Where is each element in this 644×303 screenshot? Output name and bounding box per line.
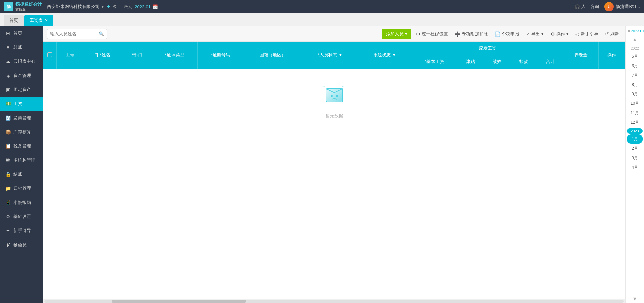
- sidebar-item-ledger[interactable]: ≡ 总账: [0, 40, 43, 54]
- month-2022-5[interactable]: 5月: [626, 52, 644, 61]
- month-2022-7[interactable]: 7月: [626, 71, 644, 80]
- month-2022-6[interactable]: 6月: [626, 61, 644, 71]
- invoice-icon: 🧾: [5, 115, 11, 121]
- sidebar-item-capital[interactable]: ◈ 资金管理: [0, 69, 43, 83]
- fixed-assets-icon: ▣: [5, 87, 11, 92]
- special-deduct-icon: ➕: [455, 31, 460, 37]
- close-panel-button[interactable]: ✕: [627, 28, 631, 34]
- sidebar-item-salary[interactable]: 💵 工资: [0, 97, 43, 111]
- sidebar-item-tax-label: 税务管理: [13, 143, 31, 149]
- allowance-header: 津贴: [457, 55, 484, 69]
- social-security-button[interactable]: ⚙ 统一社保设置: [414, 31, 450, 37]
- main-layout: ⊞ 首页 ≡ 总账 ☁ 云报表中心 ◈ 资金管理 ▣ 固定资产 💵 工资 🧾 发…: [0, 26, 644, 303]
- sort-icon: ⇅: [95, 52, 99, 57]
- month-2023-4[interactable]: 4月: [626, 163, 644, 172]
- checkbox-header[interactable]: [43, 42, 56, 69]
- settings-icon[interactable]: ⚙: [113, 4, 117, 9]
- svg-text:✦: ✦: [340, 101, 342, 103]
- ledger-icon: ≡: [5, 45, 11, 50]
- month-2022-10[interactable]: 10月: [626, 99, 644, 108]
- month-2022-11[interactable]: 11月: [626, 108, 644, 118]
- select-all-checkbox[interactable]: [47, 52, 52, 57]
- month-2022-9[interactable]: 9月: [626, 89, 644, 99]
- export-dropdown-icon: ▾: [541, 31, 544, 36]
- refresh-label: 刷新: [610, 31, 619, 37]
- app-logo: 畅 畅捷通好会计 旗舰版: [4, 1, 42, 12]
- sidebar-item-fixed-assets[interactable]: ▣ 固定资产: [0, 83, 43, 97]
- sidebar-item-close-label: 结账: [13, 171, 22, 177]
- calendar-icon[interactable]: 📅: [153, 4, 158, 9]
- refresh-button[interactable]: ↺ 刷新: [603, 31, 621, 37]
- employee-no-header: 工号: [56, 42, 83, 69]
- sidebar-item-inventory[interactable]: 📦 库存核算: [0, 125, 43, 139]
- sidebar-item-guide[interactable]: ✦ 新手引导: [0, 224, 43, 238]
- add-person-button[interactable]: 添加人员 ▾: [382, 29, 411, 39]
- period-info: 账期 2023-01 📅: [124, 4, 158, 10]
- search-input[interactable]: [50, 31, 97, 36]
- scrollbar-track[interactable]: [44, 300, 624, 303]
- individual-tax-label: 个税申报: [502, 31, 519, 37]
- user-menu[interactable]: U 畅捷通B组...: [604, 2, 640, 11]
- guide-button[interactable]: ◎ 新手引导: [573, 31, 600, 37]
- sidebar-item-settings[interactable]: ⚙ 基础设置: [0, 210, 43, 224]
- sidebar-item-cloud-label: 云报表中心: [13, 58, 35, 64]
- guide-icon: ✦: [5, 228, 11, 233]
- scroll-up-button[interactable]: ▲: [626, 36, 644, 44]
- person-status-header[interactable]: *人员状态 ▼: [302, 42, 358, 69]
- individual-tax-button[interactable]: 📄 个税申报: [493, 31, 521, 37]
- month-2023-3[interactable]: 3月: [626, 153, 644, 163]
- sidebar-item-tax[interactable]: 📋 税务管理: [0, 139, 43, 153]
- sidebar-item-archive[interactable]: 📁 归档管理: [0, 181, 43, 196]
- sidebar-item-multi-org[interactable]: 🏛 多机构管理: [0, 153, 43, 167]
- tax-icon: 📋: [5, 143, 11, 149]
- close-icon[interactable]: ✕: [45, 18, 48, 23]
- sidebar-item-expense-label: 小畅报销: [13, 200, 31, 206]
- empty-state: ✦ ✦ ✦ 暂无数据: [43, 69, 625, 132]
- period-label: 账期: [124, 4, 132, 10]
- scroll-down-button[interactable]: ▼: [626, 295, 644, 303]
- content-area: 🔍 添加人员 ▾ ⚙ 统一社保设置 ➕ 专项附加扣除 📄 个税申报 ↗ 导出: [43, 26, 625, 303]
- special-deduct-button[interactable]: ➕ 专项附加扣除: [453, 31, 490, 37]
- operations-button[interactable]: ⚙ 操作 ▾: [548, 31, 571, 37]
- svg-point-2: [336, 95, 338, 97]
- panel-period-label: 2023.01: [631, 29, 644, 33]
- scrollbar-bottom[interactable]: [43, 299, 625, 303]
- social-security-icon: ⚙: [416, 31, 420, 37]
- logo-icon: 畅: [4, 2, 13, 11]
- export-button[interactable]: ↗ 导出 ▾: [524, 31, 546, 37]
- name-header[interactable]: ⇅ *姓名: [83, 42, 122, 69]
- sidebar-item-member-label: 畅会员: [13, 242, 27, 248]
- add-person-label: 添加人员: [386, 31, 404, 37]
- sidebar-item-invoice-label: 发票管理: [13, 115, 31, 121]
- scrollbar-thumb[interactable]: [112, 300, 246, 303]
- tab-salary[interactable]: 工资表 ✕: [24, 15, 53, 26]
- empty-text: 暂无数据: [326, 113, 343, 119]
- sidebar-item-home[interactable]: ⊞ 首页: [0, 26, 43, 40]
- dropdown-arrow-icon: ▾: [405, 31, 407, 36]
- sidebar-item-guide-label: 新手引导: [13, 228, 31, 234]
- month-2022-12[interactable]: 12月: [626, 118, 644, 127]
- tabbar: 首页 工资表 ✕: [0, 13, 644, 26]
- tab-home-label: 首页: [9, 17, 18, 24]
- search-box[interactable]: 🔍: [47, 29, 107, 39]
- sidebar-item-invoice[interactable]: 🧾 发票管理: [0, 111, 43, 125]
- month-2022-8[interactable]: 8月: [626, 80, 644, 89]
- operations-dropdown-icon: ▾: [566, 31, 569, 36]
- export-label: 导出: [531, 31, 540, 37]
- support-button[interactable]: 🎧 人工咨询: [575, 4, 599, 10]
- sidebar-item-member[interactable]: V 畅会员: [0, 238, 43, 252]
- month-2023-1[interactable]: 1月: [627, 134, 643, 144]
- tab-home[interactable]: 首页: [4, 15, 24, 26]
- sidebar-item-cloud-report[interactable]: ☁ 云报表中心: [0, 54, 43, 69]
- salary-table: 工号 ⇅ *姓名 *部门 *证照类型 *证照号码 国籍（地区） *人员状态 ▼ …: [43, 42, 625, 69]
- filter-icon-2: ▼: [392, 52, 396, 57]
- report-status-header[interactable]: 报送状态 ▼: [358, 42, 411, 69]
- app-title: 畅捷通好会计: [15, 1, 42, 7]
- company-selector[interactable]: 西安虾米网络科技有限公司 ▼: [47, 4, 104, 10]
- add-company-icon[interactable]: +: [107, 4, 110, 10]
- sidebar-item-inventory-label: 库存核算: [13, 129, 31, 135]
- month-2023-2[interactable]: 2月: [626, 144, 644, 153]
- sidebar: ⊞ 首页 ≡ 总账 ☁ 云报表中心 ◈ 资金管理 ▣ 固定资产 💵 工资 🧾 发…: [0, 26, 43, 303]
- sidebar-item-expense[interactable]: 📱 小畅报销: [0, 196, 43, 210]
- sidebar-item-close-period[interactable]: 🔒 结账: [0, 167, 43, 181]
